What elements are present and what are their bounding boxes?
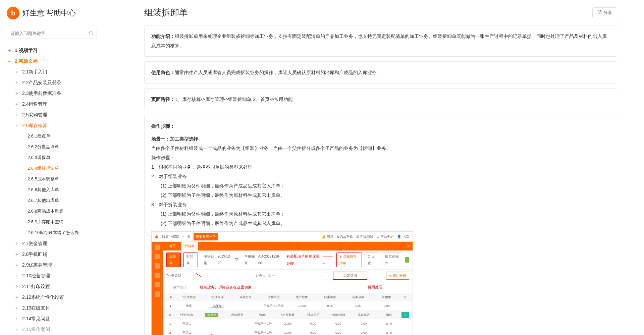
nav-2-6-6[interactable]: 2.6.6其他入库单 [7,184,97,195]
nav-2-3[interactable]: ＋2.3使用前数据准备 [7,88,97,99]
gear-icon: ⚙ [187,233,190,240]
plus-icon: ＋ [14,101,19,107]
search-box [7,28,97,39]
step3: 3、对于拆装业务 [151,200,610,209]
share-button[interactable]: 分享 [592,7,617,18]
nav-2-6-10[interactable]: 2.6.10库存账本错了怎么办 [7,227,97,238]
plus-icon: ＋ [7,48,12,53]
nav-2-6-2[interactable]: 2.6.2分量盘点单 [7,142,97,152]
plus-icon: ＋ [14,305,19,311]
nav-2-6-8[interactable]: 2.6.8商品成本重算 [7,206,97,217]
nav-2-11[interactable]: ＋2.11打印设置 [7,281,97,292]
ss-sidebar [152,242,163,335]
scene1-label: 场景一：加工类型选择 [151,134,610,144]
logo: b 好生意 帮助中心 [7,7,97,19]
plus-icon: ＋ [14,262,19,268]
scene1-desc: 当由多个子件材料组装成一个成品的业务为【组装】业务，当由一个父件拆分成多个子产品… [151,144,610,153]
nav-2-6-1[interactable]: 2.6.1盘点单 [7,131,97,142]
bell-icon: 🔔 消息 [322,233,333,240]
path-text: 1、库存核算->库存管理->组装拆卸单 2、首页->常用功能 [175,97,293,102]
nav-2-6-4[interactable]: 2.6.4组装拆卸单 [7,163,97,174]
content: 组装拆卸单 分享 功能介绍：组装拆卸单用来处理企业组装或拆卸等加工业务，支持有固… [104,0,644,335]
minus-icon: － [7,58,12,64]
intro-card: 功能介绍：组装拆卸单用来处理企业组装或拆卸等加工业务，支持有固定装配清单的产品加… [144,25,617,57]
nav-2-7[interactable]: ＋2.7资金管理 [7,238,97,249]
search-icon[interactable] [89,31,94,36]
nav-tree: ＋1.视频学习 －2.帮助文档 ＋2.1新手入门 ＋2.2产品安装及登录 ＋2.… [7,45,97,335]
nav-2-6-9[interactable]: 2.6.9库存账本查询 [7,217,97,227]
plus-icon: ＋ [14,284,19,289]
step2-2: (2) 下部明细为子件明细，最终作为原材料生成其它出库单。 [151,190,610,200]
logo-icon: b [7,7,19,19]
site-title: 好生意 帮助中心 [22,8,76,18]
nav-2-14[interactable]: ＋2.14常见问题 [7,313,97,324]
avatar-icon: 👤 [397,233,401,240]
step2: 2、对于组装业务 [151,172,610,181]
nav-2-6[interactable]: －2.6库存核算 [7,120,97,131]
nav-docs[interactable]: －2.帮助文档 [7,56,97,66]
plus-icon: ＋ [14,69,19,74]
path-label: 页面路径： [151,97,175,102]
step3-2: (2) 下部明细为子件明细，最终作为产成品生成其它入库单。 [151,219,610,228]
sidebar: b 好生意 帮助中心 ＋1.视频学习 －2.帮助文档 ＋2.1新手入门 ＋2.2… [0,0,104,335]
path-card: 页面路径：1、库存核算->库存管理->组装拆卸单 2、首页->常用功能 [144,88,617,110]
close-icon: ✕ [407,243,410,249]
page-title: 组装拆卸单 [144,7,188,18]
nav-2-6-3[interactable]: 2.6.3调拨单 [7,152,97,163]
svg-line-1 [92,34,93,35]
nav-2-6-5[interactable]: 2.6.5成本调整单 [7,174,97,184]
intro-text: 组装拆卸单用来处理企业组装或拆卸等加工业务，支持有固定装配清单的产品加工业务，也… [151,34,607,48]
op-label: 操作步骤： [151,153,610,162]
role-card: 使用角色：通常由生产人员或库管人员完成拆装业务的操作，库管人员确认原材料的出库和… [144,61,617,83]
nav-2-9[interactable]: ＋2.9优惠券管理 [7,260,97,270]
nav-2-6-7[interactable]: 2.6.7其他出库单 [7,195,97,206]
ss-logo-icon: ◉ [155,233,158,240]
search-input[interactable] [7,28,97,39]
calendar-icon: 📅 [234,257,238,263]
nav-2-1[interactable]: ＋2.1新手入门 [7,66,97,77]
plus-icon: ＋ [14,327,19,332]
nav-2-12[interactable]: ＋2.12系统个性化设置 [7,292,97,302]
role-text: 通常由生产人员或库管人员完成拆装业务的操作，库管人员确认原材料的出库和产成品的入… [175,70,377,75]
nav-2-13[interactable]: ＋2.13在线支付 [7,302,97,313]
embedded-screenshot: ◉ TEST-H002 ▾ ⚙ 我要购买一下 🔔 消息 ⊕ App下载 ⊡ 在线… [151,231,413,335]
plus-icon: ＋ [14,294,19,300]
nav-2-8[interactable]: ＋2.8手机旺铺 [7,249,97,260]
svg-point-0 [90,31,92,34]
role-label: 使用角色： [151,70,175,75]
plus-icon: ＋ [14,112,19,117]
plus-icon: ＋ [14,241,19,246]
steps-label: 操作步骤： [151,121,610,131]
plus-icon: ＋ [14,252,19,257]
nav-video[interactable]: ＋1.视频学习 [7,45,97,56]
step2-1: (1) 上部明细为父件明细，最终作为产成品生成其它入库单； [151,181,610,190]
share-icon [597,10,602,15]
plus-icon: ＋ [14,80,19,85]
step1: 1、根据不同的业务，选择不同单据的类型来处理 [151,162,610,172]
step3-1: (1) 上部明细为父件明细，最终作为原材料生成其它出库单； [151,209,610,219]
nav-2-5[interactable]: ＋2.5采购管理 [7,109,97,120]
nav-2-4[interactable]: ＋2.4销售管理 [7,99,97,109]
nav-2-10[interactable]: ＋2.10经营管理 [7,270,97,281]
plus-icon: ＋ [14,91,19,96]
plus-icon: ＋ [14,316,19,321]
minus-icon: － [14,123,19,128]
nav-2-2[interactable]: ＋2.2产品安装及登录 [7,77,97,88]
plus-icon: ＋ [14,273,19,278]
nav-2-15[interactable]: ＋2.15操作案例 [7,324,97,335]
intro-label: 功能介绍： [151,34,175,39]
steps-card: 操作步骤： 场景一：加工类型选择 当由多个子件材料组装成一个成品的业务为【组装】… [144,115,617,335]
